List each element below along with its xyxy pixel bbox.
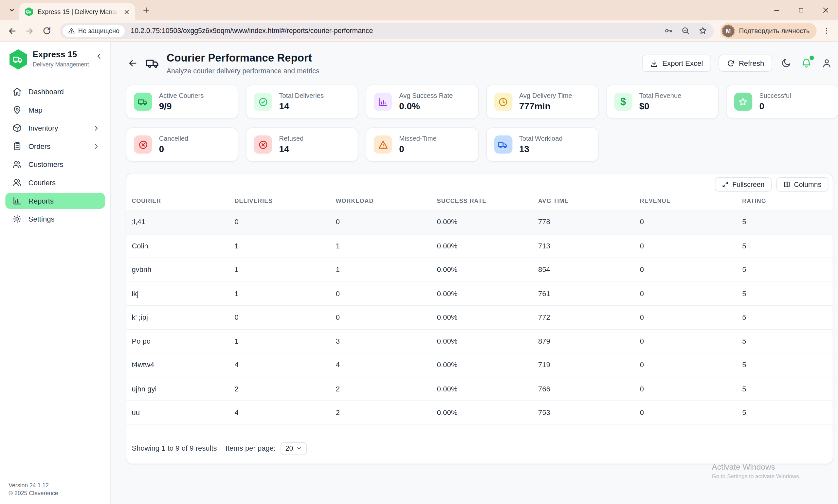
back-button[interactable] xyxy=(5,24,19,38)
maximize-button[interactable] xyxy=(789,0,814,20)
refresh-label: Refresh xyxy=(739,59,764,68)
browser-tab[interactable]: Express 15 | Delivery Managem xyxy=(19,3,135,20)
address-bar[interactable]: Не защищено 10.2.0.75:10503/oxgg5z6x9oqm… xyxy=(60,23,714,39)
sidebar-item-settings[interactable]: Settings xyxy=(5,211,105,227)
cell-success-rate: 0.00% xyxy=(437,313,538,321)
cell-success-rate: 0.00% xyxy=(437,218,538,226)
sidebar-collapse-button[interactable] xyxy=(95,52,103,60)
table-row[interactable]: uu 4 2 0.00% 753 0 5 xyxy=(126,401,833,425)
stat-card-cancelled: Cancelled 0 xyxy=(126,127,238,162)
sidebar-item-label: Inventory xyxy=(29,124,58,132)
sidebar-item-customers[interactable]: Customers xyxy=(5,157,105,173)
table-row[interactable]: ;l,41 0 0 0.00% 778 0 5 xyxy=(126,211,833,234)
sidebar-item-label: Dashboard xyxy=(29,87,64,95)
stats-row-2: Cancelled 0 Refused 14 xyxy=(126,127,833,162)
cell-avg-time: 879 xyxy=(538,337,640,345)
chevron-left-icon xyxy=(95,52,103,60)
warning-icon xyxy=(374,136,392,154)
cell-revenue: 0 xyxy=(640,242,742,250)
table-row[interactable]: ikj 1 0 0.00% 761 0 5 xyxy=(126,282,833,306)
tab-strip: Express 15 | Delivery Managem xyxy=(0,0,838,20)
stat-value: 0 xyxy=(759,101,791,112)
courier-table-card: Fullscreen Columns COURIER DELIVERIES WO… xyxy=(126,173,833,464)
package-icon xyxy=(13,123,22,132)
sidebar-item-label: Reports xyxy=(29,197,54,205)
cell-deliveries: 1 xyxy=(234,290,336,298)
bar-chart-icon xyxy=(374,93,392,111)
forward-button[interactable] xyxy=(22,24,37,38)
app-logo-block: Express 15 Delivery Management xyxy=(5,49,105,75)
user-menu-button[interactable] xyxy=(820,57,833,69)
gear-icon xyxy=(13,214,22,223)
sidebar-item-inventory[interactable]: Inventory xyxy=(5,120,105,136)
minimize-button[interactable] xyxy=(764,0,788,20)
tab-title: Express 15 | Delivery Managem xyxy=(38,8,118,16)
browser-menu-button[interactable] xyxy=(820,24,833,38)
cell-courier: t4wtw4 xyxy=(131,361,234,369)
page-back-button[interactable] xyxy=(126,56,140,70)
close-window-button[interactable] xyxy=(814,0,838,20)
sidebar: Express 15 Delivery Management Dashboard… xyxy=(0,42,111,504)
sidebar-item-reports[interactable]: Reports xyxy=(5,193,105,209)
cell-deliveries: 2 xyxy=(234,385,336,393)
export-excel-label: Export Excel xyxy=(662,59,703,68)
moon-icon xyxy=(781,58,791,69)
table-row[interactable]: k' ;ipj 0 0 0.00% 772 0 5 xyxy=(126,306,833,329)
export-excel-button[interactable]: Export Excel xyxy=(642,55,711,72)
stat-card-total-workload: Total Workload 13 xyxy=(486,127,599,162)
cell-workload: 2 xyxy=(336,385,437,393)
cell-courier: uu xyxy=(131,409,234,417)
tab-close-icon[interactable] xyxy=(122,7,131,16)
table-row[interactable]: Colin 1 1 0.00% 713 0 5 xyxy=(126,234,833,258)
sidebar-nav: Dashboard Map Inventory Orders xyxy=(5,84,105,227)
check-circle-icon xyxy=(254,93,272,111)
key-icon[interactable] xyxy=(664,26,673,35)
stat-value: 9/9 xyxy=(159,101,203,112)
table-row[interactable]: ujhn gyi 2 2 0.00% 766 0 5 xyxy=(126,377,833,401)
table-row[interactable]: Po po 1 3 0.00% 879 0 5 xyxy=(126,329,833,354)
minimize-icon xyxy=(773,6,780,14)
sidebar-item-label: Map xyxy=(29,106,42,114)
zoom-out-icon[interactable] xyxy=(681,26,690,35)
column-header-courier: COURIER xyxy=(131,198,234,204)
stat-label: Cancelled xyxy=(159,134,188,142)
security-label: Не защищено xyxy=(78,27,120,35)
cell-courier: Colin xyxy=(131,242,234,250)
truck-icon xyxy=(134,93,152,111)
dark-mode-toggle[interactable] xyxy=(780,57,792,69)
cell-rating: 5 xyxy=(742,313,833,321)
refresh-button[interactable]: Refresh xyxy=(718,55,772,72)
items-per-page-select[interactable]: 20 xyxy=(281,442,307,454)
report-truck-icon xyxy=(146,56,160,70)
map-pin-icon xyxy=(13,105,22,114)
sidebar-item-couriers[interactable]: Couriers xyxy=(5,175,105,191)
cell-workload: 0 xyxy=(336,290,437,298)
security-chip[interactable]: Не защищено xyxy=(63,25,125,37)
notifications-button[interactable] xyxy=(800,57,813,69)
stat-value: 14 xyxy=(279,101,324,112)
stat-value: 0 xyxy=(159,144,188,155)
clipboard-icon xyxy=(13,141,22,151)
fullscreen-button[interactable]: Fullscreen xyxy=(715,177,771,192)
stat-label: Avg Delivery Time xyxy=(519,92,572,100)
stat-label: Total Deliveries xyxy=(279,92,324,100)
cell-rating: 5 xyxy=(742,242,833,250)
stat-card-avg-delivery-time: Avg Delivery Time 777min xyxy=(486,85,599,119)
tab-search-button[interactable] xyxy=(4,3,19,18)
stat-value: 0 xyxy=(399,144,436,155)
sidebar-item-map[interactable]: Map xyxy=(5,102,105,118)
table-row[interactable]: t4wtw4 4 4 0.00% 719 0 5 xyxy=(126,354,833,377)
chevron-right-icon xyxy=(93,143,100,149)
bookmark-star-icon[interactable] xyxy=(698,26,707,35)
cell-deliveries: 1 xyxy=(234,266,336,274)
sidebar-item-orders[interactable]: Orders xyxy=(5,138,105,154)
cell-deliveries: 0 xyxy=(234,218,336,226)
cell-rating: 5 xyxy=(742,266,833,274)
new-tab-button[interactable] xyxy=(139,3,153,17)
verify-identity-button[interactable]: M Подтвердить личность xyxy=(720,23,816,39)
table-row[interactable]: gvbnh 1 1 0.00% 854 0 5 xyxy=(126,258,833,282)
sidebar-item-dashboard[interactable]: Dashboard xyxy=(5,84,105,100)
chevron-down-icon xyxy=(296,446,302,451)
columns-button[interactable]: Columns xyxy=(776,177,828,192)
reload-button[interactable] xyxy=(40,24,54,38)
